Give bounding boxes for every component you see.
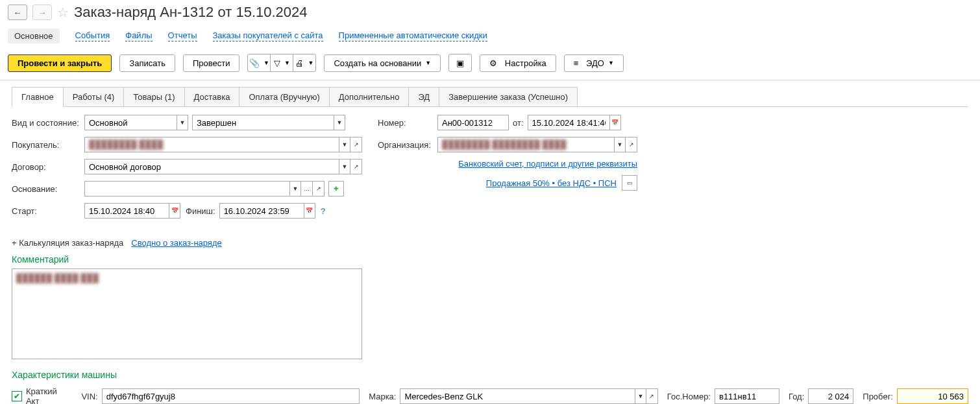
buyer-label: Покупатель: xyxy=(12,140,80,150)
number-label: Номер: xyxy=(378,118,434,128)
tab-extra[interactable]: Дополнительно xyxy=(329,87,410,107)
comment-section-title: Комментарий xyxy=(0,250,980,268)
post-and-close-button[interactable]: Провести и закрыть xyxy=(8,54,112,72)
finish-calendar[interactable]: 📅 xyxy=(304,203,315,219)
bank-details-link[interactable]: Банковский счет, подписи и другие реквиз… xyxy=(458,159,637,169)
type-dropdown[interactable]: ▼ xyxy=(177,115,188,130)
edo-label: ЭДО xyxy=(586,58,604,68)
chevron-down-icon: ▼ xyxy=(608,60,614,66)
contract-input[interactable] xyxy=(84,159,339,174)
type-state-label: Вид и состояние: xyxy=(12,118,80,128)
create-from-label: Создать на основании xyxy=(334,58,421,68)
basis-input[interactable] xyxy=(84,181,289,196)
short-act-label: Краткий Акт xyxy=(26,386,73,404)
finish-input[interactable] xyxy=(219,203,304,219)
nav-files[interactable]: Файлы xyxy=(125,30,152,42)
edo-button[interactable]: ≡ ЭДО▼ xyxy=(564,54,624,72)
tab-goods[interactable]: Товары (1) xyxy=(123,87,184,107)
nav-forward-button[interactable]: → xyxy=(32,5,52,20)
plate-input[interactable] xyxy=(715,388,779,404)
chevron-down-icon: ▼ xyxy=(263,60,269,66)
summary-link[interactable]: Сводно о заказ-наряде xyxy=(131,238,221,248)
plate-label: Гос.Номер: xyxy=(667,392,711,401)
funnel-icon: ▽ xyxy=(274,58,280,68)
org-input[interactable]: ████████ ████████ ████ xyxy=(437,137,614,152)
machine-section-title: Характеристики машины xyxy=(0,366,980,384)
brand-open[interactable]: ↗ xyxy=(646,388,658,404)
contract-label: Договор: xyxy=(12,162,80,172)
nav-main[interactable]: Основное xyxy=(8,29,60,43)
state-input[interactable] xyxy=(192,115,334,130)
clip-icon: 📎 xyxy=(249,58,260,68)
price-type-link[interactable]: Продажная 50% • без НДС • ПСН xyxy=(486,178,617,188)
calendar-icon: 📅 xyxy=(306,208,313,214)
state-dropdown[interactable]: ▼ xyxy=(334,115,345,130)
save-button[interactable]: Записать xyxy=(119,54,175,72)
settings-button[interactable]: ⚙ Настройка xyxy=(480,54,556,72)
vin-label: VIN: xyxy=(81,392,97,401)
basis-open[interactable]: ↗ xyxy=(313,181,325,196)
contract-open[interactable]: ↗ xyxy=(350,159,362,174)
org-open[interactable]: ↗ xyxy=(626,137,637,152)
buyer-dropdown[interactable]: ▼ xyxy=(339,137,350,152)
date-input[interactable] xyxy=(528,115,609,130)
create-from-button[interactable]: Создать на основании▼ xyxy=(324,54,441,72)
basis-more[interactable]: … xyxy=(301,181,313,196)
contract-dropdown[interactable]: ▼ xyxy=(339,159,350,174)
structure-icon: ▣ xyxy=(456,58,464,68)
add-doc-icon: ✚ xyxy=(334,185,339,192)
favorite-star-icon[interactable]: ☆ xyxy=(57,5,69,20)
tab-main[interactable]: Главное xyxy=(12,87,64,107)
basis-dropdown[interactable]: ▼ xyxy=(289,181,301,196)
start-calendar[interactable]: 📅 xyxy=(169,203,180,219)
card-icon: ▭ xyxy=(627,180,633,186)
nav-back-button[interactable]: ← xyxy=(8,5,27,20)
start-label: Старт: xyxy=(12,206,80,216)
calendar-icon: 📅 xyxy=(611,119,619,126)
gear-icon: ⚙ xyxy=(489,58,497,68)
post-button[interactable]: Провести xyxy=(183,54,240,72)
tab-finish[interactable]: Завершение заказа (Успешно) xyxy=(439,87,578,107)
year-input[interactable] xyxy=(808,388,853,404)
basis-label: Основание: xyxy=(12,184,80,194)
calendar-icon: 📅 xyxy=(171,208,178,214)
calc-link[interactable]: + Калькуляция заказ-наряда xyxy=(12,238,123,248)
settings-label: Настройка xyxy=(505,58,546,68)
comment-textarea[interactable]: ██████ ████ ███ xyxy=(12,268,362,359)
brand-input[interactable] xyxy=(400,388,634,404)
filter-button[interactable]: ▽▼ xyxy=(270,54,293,72)
tab-works[interactable]: Работы (4) xyxy=(63,87,125,107)
year-label: Год: xyxy=(789,392,804,401)
help-icon[interactable]: ? xyxy=(321,206,326,216)
start-input[interactable] xyxy=(84,203,169,219)
arrow-left-icon: ← xyxy=(14,8,22,18)
finish-label: Финиш: xyxy=(186,206,215,216)
structure-button[interactable]: ▣ xyxy=(448,54,472,72)
mileage-label: Пробег: xyxy=(863,392,893,401)
tab-payment[interactable]: Оплата (Вручную) xyxy=(239,87,329,107)
buyer-open[interactable]: ↗ xyxy=(350,137,362,152)
date-calendar[interactable]: 📅 xyxy=(609,115,621,130)
print-button[interactable]: 🖨▼ xyxy=(293,54,316,72)
nav-discounts[interactable]: Примененные автоматические скидки xyxy=(339,30,487,42)
chevron-down-icon: ▼ xyxy=(284,60,290,66)
attach-button[interactable]: 📎▼ xyxy=(247,54,271,72)
chevron-down-icon: ▼ xyxy=(308,60,313,66)
tab-ed[interactable]: ЭД xyxy=(408,87,439,107)
page-title: Заказ-наряд Ан-1312 от 15.10.2024 xyxy=(74,4,308,21)
basis-add-button[interactable]: ✚ xyxy=(328,181,344,196)
vin-input[interactable] xyxy=(102,388,360,404)
short-act-checkbox[interactable]: ✔ xyxy=(12,391,22,401)
arrow-right-icon: → xyxy=(38,8,47,18)
number-input[interactable] xyxy=(437,115,509,130)
buyer-input[interactable]: ████████ ████ xyxy=(84,137,339,152)
org-dropdown[interactable]: ▼ xyxy=(614,137,626,152)
tab-delivery[interactable]: Доставка xyxy=(184,87,240,107)
mileage-input[interactable] xyxy=(897,388,968,404)
nav-reports[interactable]: Отчеты xyxy=(168,30,197,42)
nav-site-orders[interactable]: Заказы покупателей с сайта xyxy=(213,30,323,42)
price-card-button[interactable]: ▭ xyxy=(622,175,637,191)
brand-dropdown[interactable]: ▼ xyxy=(635,388,646,404)
type-input[interactable] xyxy=(84,115,177,130)
nav-events[interactable]: События xyxy=(75,30,110,42)
